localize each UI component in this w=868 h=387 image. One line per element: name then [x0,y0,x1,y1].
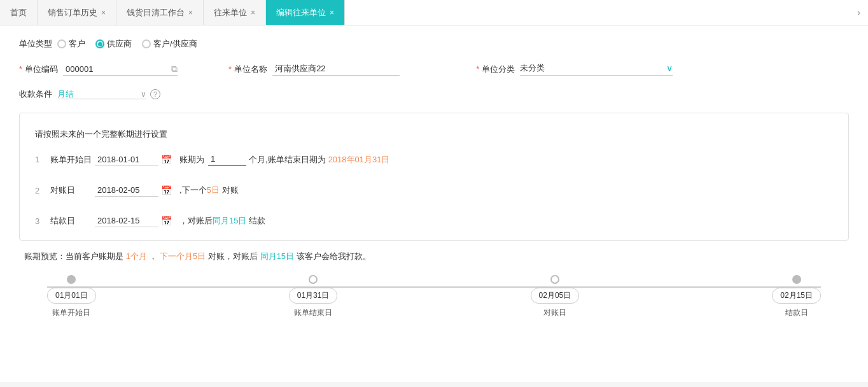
tab-daily-work-label: 钱货日清工作台 [127,7,185,18]
unit-code-input[interactable] [63,63,171,75]
payment-condition-field: 收款条件 月结 ∨ ? [19,88,160,100]
tab-edit-contacts-label: 编辑往来单位 [276,7,326,18]
payment-condition-help-icon[interactable]: ? [150,89,160,99]
payment-date-highlight: 同月15日 [213,215,246,227]
tab-sales-history[interactable]: 销售订单历史 × [38,0,116,25]
tab-daily-work-close[interactable]: × [188,8,193,17]
preview-mid1: ， [149,251,157,261]
billing-start-calendar-icon[interactable]: 📅 [161,155,172,165]
payment-date-num: 3 [35,216,50,226]
billing-period-suffix: 个月,账单结束日期为 [249,154,326,165]
reconciliation-field-label: 对账日 [50,185,95,196]
unit-category-chevron-icon: ∨ [666,63,673,73]
payment-condition-select[interactable]: 月结 [57,89,138,99]
payment-date-desc-suffix: 结款 [249,215,265,227]
timeline-dot-start [67,275,76,284]
tab-edit-contacts[interactable]: 编辑往来单位 × [266,0,345,25]
reconciliation-date-input: 📅 [95,184,172,197]
card-instruction: 请按照未来的一个完整帐期进行设置 [35,129,833,140]
billing-period-card: 请按照未来的一个完整帐期进行设置 1 账单开始日 📅 账期为 个月,账单结束日期… [19,113,849,241]
main-content: 单位类型 客户 供应商 客户/供应商 * 单位编码 [0,25,868,382]
tab-edit-contacts-close[interactable]: × [330,8,334,17]
reconciliation-highlight: 5日 [207,185,220,196]
billing-period-label: 账期为 [179,154,204,165]
timeline-points: 01月01日 账单开始日 01月31日 账单结束日 02月05日 对账日 02月… [47,275,821,318]
unit-category-value: 未分类 [520,62,545,74]
payment-condition-label: 收款条件 [19,88,52,100]
unit-type-label: 单位类型 [19,38,52,50]
preview-section: 账期预览：当前客户账期是 1个月 ， 下一个月5日 对账，对账后 同月15日 该… [19,251,849,318]
timeline-badge-payment: 02月15日 [772,288,821,304]
reconciliation-date-field[interactable] [95,184,158,197]
unit-type-row: 单位类型 客户 供应商 客户/供应商 [19,38,849,50]
unit-name-field: * 单位名称 [228,63,400,76]
reconciliation-num: 2 [35,186,50,195]
preview-part2: 下一个月5日 [160,251,206,261]
radio-customer-supplier-circle [142,39,151,48]
tab-sales-history-close[interactable]: × [101,8,106,17]
timeline-point-end: 01月31日 账单结束日 [289,275,338,318]
tab-home-label: 首页 [10,7,27,18]
preview-mid2: 对账，对账后 [208,251,258,261]
payment-date-calendar-icon[interactable]: 📅 [161,216,172,226]
unit-type-radio-group: 客户 供应商 客户/供应商 [57,38,197,50]
payment-date-row: 3 结款日 📅 ，对账后 同月15日 结款 [35,215,833,227]
payment-date-desc-prefix: ，对账后 [179,215,213,227]
unit-category-field: * 单位分类 未分类 ∨ [476,62,673,76]
unit-category-dropdown[interactable]: 未分类 ∨ [520,62,673,76]
payment-date-field-label: 结款日 [50,215,95,227]
radio-customer[interactable]: 客户 [57,38,85,50]
tab-contacts-label: 往来单位 [214,7,247,18]
radio-customer-label: 客户 [69,38,85,50]
payment-condition-row: 收款条件 月结 ∨ ? [19,88,849,100]
payment-condition-select-wrapper[interactable]: 月结 ∨ [57,89,146,99]
timeline-point-start: 01月01日 账单开始日 [47,275,96,318]
tab-contacts-close[interactable]: × [251,8,255,17]
unit-category-label: 单位分类 [482,64,515,75]
unit-code-input-wrapper: ⧉ [63,63,178,76]
radio-supplier[interactable]: 供应商 [95,38,132,50]
copy-icon[interactable]: ⧉ [171,64,178,74]
billing-start-row: 1 账单开始日 📅 账期为 个月,账单结束日期为 2018年01月31日 [35,153,833,166]
unit-name-star: * [228,64,232,74]
tab-contacts[interactable]: 往来单位 × [204,0,266,25]
billing-period-input[interactable] [208,153,246,166]
unit-type-field: 单位类型 客户 供应商 客户/供应商 [19,38,197,50]
payment-date-field[interactable] [95,215,158,227]
timeline-label-payment: 结款日 [785,307,808,318]
radio-customer-supplier-label: 客户/供应商 [153,38,197,50]
radio-supplier-label: 供应商 [107,38,132,50]
radio-customer-circle [57,39,66,48]
unit-cat-star: * [476,64,479,74]
billing-start-num: 1 [35,155,50,164]
reconciliation-calendar-icon[interactable]: 📅 [161,185,172,195]
timeline-label-end: 账单结束日 [294,307,332,318]
radio-supplier-circle [95,39,104,48]
timeline-badge-start: 01月01日 [47,288,96,304]
reconciliation-date-row: 2 对账日 📅 ,下一个 5日 对账 [35,184,833,197]
tab-daily-work[interactable]: 钱货日清工作台 × [116,0,204,25]
payment-condition-chevron-icon: ∨ [141,90,146,99]
preview-part3: 同月15日 [260,251,294,261]
timeline-badge-end: 01月31日 [289,288,338,304]
timeline-label-reconcile: 对账日 [543,307,566,318]
unit-name-input[interactable] [272,63,400,76]
preview-prefix: 账期预览：当前客户账期是 [24,251,123,261]
preview-text: 账期预览：当前客户账期是 1个月 ， 下一个月5日 对账，对账后 同月15日 该… [22,251,846,262]
tab-home[interactable]: 首页 [0,0,38,25]
billing-start-field-label: 账单开始日 [50,154,95,165]
billing-start-date-input: 📅 [95,153,172,166]
timeline-badge-reconcile: 02月05日 [531,288,580,304]
radio-customer-supplier[interactable]: 客户/供应商 [142,38,197,50]
timeline-label-start: 账单开始日 [52,307,90,318]
timeline-dot-payment [792,275,801,284]
billing-start-date-field[interactable] [95,153,158,166]
timeline-dot-end [309,275,318,284]
unit-code-star: * [19,64,22,74]
billing-period-end-date: 2018年01月31日 [328,154,390,165]
tabs-bar: 首页 销售订单历史 × 钱货日清工作台 × 往来单位 × 编辑往来单位 × › [0,0,868,25]
timeline-point-payment: 02月15日 结款日 [772,275,821,318]
timeline: 01月01日 账单开始日 01月31日 账单结束日 02月05日 对账日 02月… [22,275,846,318]
tab-more-button[interactable]: › [850,7,868,18]
unit-code-label: 单位编码 [25,64,58,75]
